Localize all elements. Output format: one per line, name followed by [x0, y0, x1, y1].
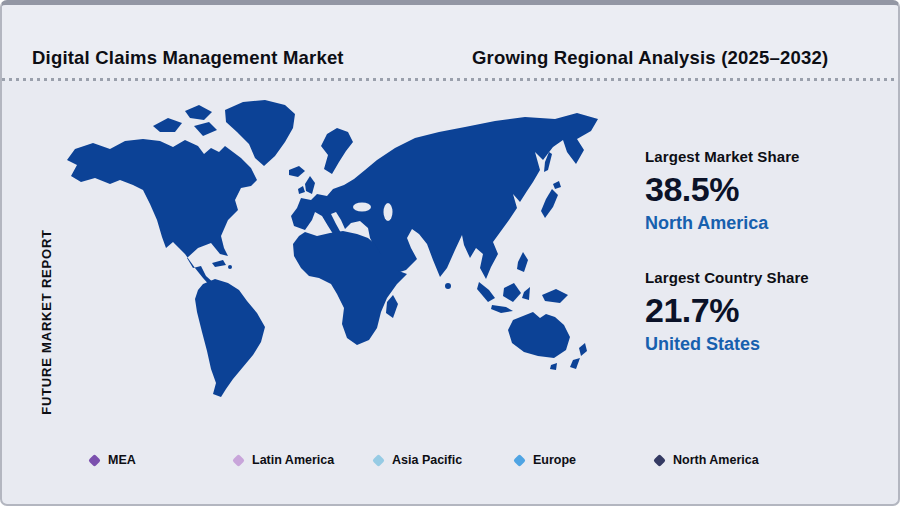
legend-dot-icon — [653, 454, 666, 467]
brand-vertical-label: FUTURE MARKET REPORT — [39, 229, 54, 415]
legend-item-europe: Europe — [515, 453, 576, 467]
page-title: Digital Claims Management Market — [32, 47, 344, 69]
legend-label: Europe — [533, 453, 576, 467]
stat-largest-country-share: Largest Country Share 21.7% United State… — [645, 269, 809, 355]
legend-dot-icon — [513, 454, 526, 467]
page-subtitle: Growing Regional Analysis (2025–2032) — [472, 47, 828, 69]
stat-largest-market-share: Largest Market Share 38.5% North America — [645, 148, 800, 234]
legend-item-latin-america: Latin America — [234, 453, 334, 467]
stat-region: North America — [645, 213, 800, 234]
legend-dot-icon — [372, 454, 385, 467]
stat-region: United States — [645, 334, 809, 355]
legend: MEA Latin America Asia Pacific Europe No… — [2, 453, 898, 473]
legend-label: Asia Pacific — [392, 453, 462, 467]
world-map — [65, 90, 605, 410]
legend-item-mea: MEA — [90, 453, 136, 467]
legend-item-north-america: North America — [655, 453, 759, 467]
world-map-svg — [65, 90, 605, 410]
infographic-card: Digital Claims Management Market Growing… — [0, 0, 900, 506]
stat-label: Largest Country Share — [645, 269, 809, 286]
dotted-divider — [2, 78, 898, 81]
stat-label: Largest Market Share — [645, 148, 800, 165]
legend-item-asia-pacific: Asia Pacific — [374, 453, 462, 467]
legend-label: Latin America — [252, 453, 334, 467]
legend-dot-icon — [232, 454, 245, 467]
legend-label: MEA — [108, 453, 136, 467]
stat-value: 21.7% — [645, 293, 809, 327]
legend-label: North America — [673, 453, 759, 467]
legend-dot-icon — [88, 454, 101, 467]
stat-value: 38.5% — [645, 172, 800, 206]
